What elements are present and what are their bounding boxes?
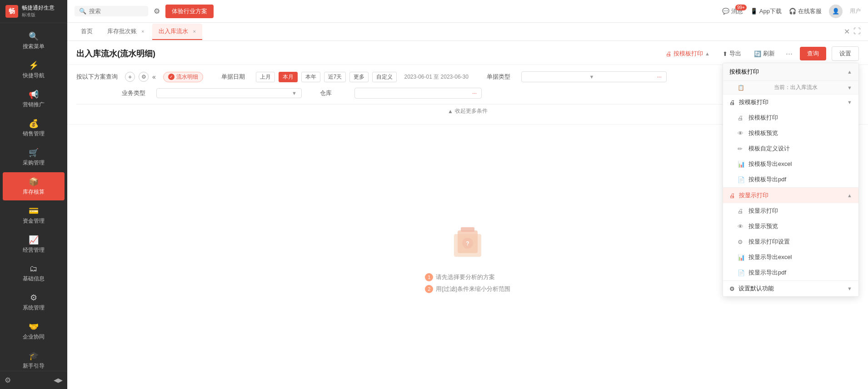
mobile-icon: 📱: [750, 8, 758, 15]
display-excel-item[interactable]: 📊 按显示导出excel: [723, 249, 858, 265]
template-customize-item[interactable]: ✏ 模板自定义设计: [723, 141, 858, 156]
marketing-icon: 📢: [29, 90, 39, 100]
tag-chip-label: 流水明细: [176, 73, 198, 81]
current-chevron-icon[interactable]: ▼: [847, 85, 852, 90]
date-this-year-btn[interactable]: 本年: [301, 72, 320, 82]
set-default-function[interactable]: ⚙ 设置默认功能 ▼: [723, 281, 858, 296]
online-service-link[interactable]: 🎧 在线客服: [789, 7, 822, 15]
tab-batch-account[interactable]: 库存批次账 ×: [101, 24, 150, 40]
template-print-header[interactable]: 🖨 按模板打印 ▼: [723, 95, 858, 110]
sidebar-item-label: 基础信息: [23, 275, 45, 283]
display-print-header[interactable]: 🖨 按显示打印 ▲: [723, 188, 858, 203]
sidebar-item-label: 搜索菜单: [23, 43, 45, 50]
svg-rect-2: [461, 227, 474, 232]
topbar-search-box[interactable]: 🔍: [75, 6, 148, 16]
purchase-icon: 🛒: [29, 148, 39, 158]
message-count: 99+: [735, 5, 747, 10]
sidebar-settings-icon[interactable]: ⚙: [5, 376, 11, 384]
user-name: 用户: [850, 7, 861, 15]
sidebar-item-label: 新手引导: [23, 362, 45, 370]
message-icon: 💬: [722, 8, 729, 15]
display-pdf-item[interactable]: 📄 按显示导出pdf: [723, 265, 858, 280]
sidebar-item-guide[interactable]: 🎓 新手引导: [3, 346, 65, 371]
display-excel-label: 按显示导出excel: [748, 253, 792, 261]
default-func-label: 设置默认功能: [738, 284, 774, 293]
template-excel-label: 按模板导出excel: [748, 160, 792, 168]
messages-badge[interactable]: 💬 消息 99+: [722, 7, 743, 15]
preview-icon: 👁: [738, 130, 745, 137]
tabbar: 首页 库存批次账 × 出入库流水 × ✕ ⛶: [67, 23, 868, 41]
filter-action-icons: + ⚙ «: [125, 72, 156, 82]
tab-flow-close-icon[interactable]: ×: [193, 29, 195, 34]
display-pdf-label: 按显示导出pdf: [748, 269, 786, 277]
current-template-icon: 📋: [738, 85, 744, 91]
sidebar-item-operations[interactable]: 📈 经营管理: [3, 230, 65, 259]
display-print-item[interactable]: 🖨 按显示打印: [723, 203, 858, 219]
filter-add-button[interactable]: +: [125, 72, 135, 82]
business-type-label: 业务类型: [122, 89, 149, 97]
user-avatar[interactable]: 👤: [829, 5, 843, 18]
sidebar-item-marketing[interactable]: 📢 营销推广: [3, 85, 65, 113]
sidebar-item-finance[interactable]: 💳 资金管理: [3, 201, 65, 229]
avatar-icon: 👤: [832, 8, 839, 15]
sidebar-item-sales[interactable]: 💰 销售管理: [3, 114, 65, 142]
warehouse-more-icon[interactable]: ···: [472, 90, 477, 96]
template-excel-item[interactable]: 📊 按模板导出excel: [723, 156, 858, 172]
step-2-number: 2: [425, 285, 433, 293]
query-button[interactable]: 查询: [800, 47, 826, 60]
more-icon[interactable]: ···: [786, 49, 793, 59]
document-type-select[interactable]: ▼ ···: [521, 71, 667, 82]
doc-type-more-icon[interactable]: ···: [657, 74, 662, 80]
date-last-month-btn[interactable]: 上月: [256, 72, 275, 82]
step-1-number: 1: [425, 273, 433, 281]
template-preview-label: 按模板预览: [748, 129, 778, 137]
tab-batch-close-icon[interactable]: ×: [141, 29, 144, 34]
industry-solution-button[interactable]: 体验行业方案: [165, 5, 214, 18]
date-custom-btn[interactable]: 自定义: [372, 72, 397, 82]
sidebar-item-enterprise[interactable]: 🤝 企业协同: [3, 317, 65, 345]
export-button[interactable]: ⬆ 导出: [719, 48, 745, 60]
sidebar-collapse-icon[interactable]: ◀▶: [54, 377, 63, 384]
settings-button[interactable]: 设置: [832, 46, 859, 61]
template-print-item[interactable]: 🖨 按模板打印: [723, 110, 858, 125]
sidebar-item-label: 企业协同: [23, 333, 45, 341]
tab-home[interactable]: 首页: [75, 24, 99, 40]
topbar-gear-icon[interactable]: ⚙: [154, 7, 160, 15]
filter-settings-icon[interactable]: ⚙: [139, 72, 149, 82]
app-download-link[interactable]: 📱 App下载: [750, 7, 782, 15]
refresh-button[interactable]: 🔄 刷新: [750, 48, 778, 60]
display-preview-item[interactable]: 👁 按显示预览: [723, 219, 858, 234]
window-maximize-icon[interactable]: ⛶: [853, 27, 861, 36]
warehouse-select[interactable]: ···: [354, 88, 482, 99]
display-print-settings-item[interactable]: ⚙ 按显示打印设置: [723, 234, 858, 249]
dropdown-collapse-icon[interactable]: ▲: [847, 69, 852, 75]
sidebar-item-system[interactable]: ⚙ 系统管理: [3, 288, 65, 316]
empty-state-illustration: ?: [445, 220, 490, 266]
sidebar-item-inventory[interactable]: 📦 库存核算: [3, 172, 65, 200]
app-subtitle: 标准版: [22, 12, 55, 18]
filter-collapse-icon[interactable]: «: [152, 73, 156, 80]
tab-flow[interactable]: 出入库流水 ×: [152, 24, 202, 40]
search-input[interactable]: [89, 8, 144, 15]
date-this-month-btn[interactable]: 本月: [279, 72, 298, 82]
date-more-btn[interactable]: 更多: [349, 72, 369, 82]
current-template-text: 当前：出入库流水: [774, 84, 818, 91]
template-pdf-item[interactable]: 📄 按模板导出pdf: [723, 172, 858, 187]
sidebar-item-basic-info[interactable]: 🗂 基础信息: [3, 259, 65, 287]
business-type-select[interactable]: ▼: [156, 88, 302, 98]
sidebar: 畅 畅捷通好生意 标准版 🔍 搜索菜单 ⚡ 快捷导航 📢 营销推广 💰 销售管理…: [0, 0, 67, 389]
sidebar-item-shortcut[interactable]: ⚡ 快捷导航: [3, 56, 65, 84]
display-print-settings-label: 按显示打印设置: [748, 238, 790, 246]
guide-icon: 🎓: [29, 351, 39, 361]
sidebar-item-search[interactable]: 🔍 搜索菜单: [3, 27, 65, 55]
sidebar-item-purchase[interactable]: 🛒 采购管理: [3, 143, 65, 171]
date-7days-btn[interactable]: 近7天: [324, 72, 346, 82]
customize-icon: ✏: [738, 145, 745, 152]
template-print-section: 🖨 按模板打印 ▼ 🖨 按模板打印 👁 按模: [723, 95, 858, 187]
print-template-button[interactable]: 🖨 按模板打印 ▲: [662, 48, 713, 60]
refresh-icon: 🔄: [754, 50, 761, 57]
window-close-icon[interactable]: ✕: [844, 27, 850, 36]
display-preview-icon: 👁: [738, 223, 745, 230]
template-preview-item[interactable]: 👁 按模板预览: [723, 125, 858, 141]
display-print-icon: 🖨: [738, 208, 745, 214]
